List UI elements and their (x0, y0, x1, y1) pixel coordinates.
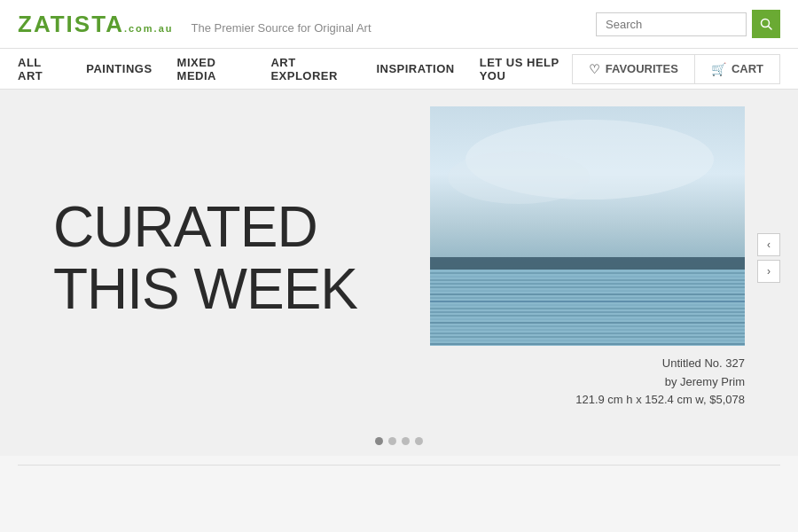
bottom-divider (18, 465, 780, 466)
hero-text: CURATED THIS WEEK (53, 196, 430, 321)
carousel-dot-1[interactable] (375, 437, 383, 445)
artwork-title: Untitled No. 327 (575, 355, 745, 373)
cart-icon: 🛒 (711, 62, 726, 76)
carousel-prev-button[interactable]: ‹ (757, 233, 780, 256)
hero-heading-line2: THIS WEEK (53, 258, 412, 320)
carousel-dot-2[interactable] (388, 437, 396, 445)
heart-icon: ♡ (589, 62, 600, 76)
svg-line-1 (769, 27, 772, 30)
artwork-dimensions: 121.9 cm h x 152.4 cm w, $5,078 (575, 391, 745, 410)
logo-area: ZATISTA.com.au The Premier Source for Or… (18, 11, 596, 38)
svg-point-4 (448, 151, 590, 204)
search-icon (760, 18, 772, 30)
cart-label: CART (732, 62, 763, 75)
svg-rect-6 (430, 270, 745, 346)
navbar: ALL ART PAINTINGS MIXED MEDIA ART EXPLOR… (0, 49, 798, 90)
hero-heading-line1: CURATED (53, 196, 412, 258)
search-area (596, 10, 780, 38)
search-input[interactable] (596, 12, 747, 36)
tagline: The Premier Source for Original Art (191, 21, 371, 35)
artwork-svg (430, 106, 745, 346)
hero-artwork: Untitled No. 327 by Jeremy Prim 121.9 cm… (430, 106, 745, 410)
bottom-section (0, 456, 798, 532)
artwork-artist: by Jeremy Prim (575, 373, 745, 392)
carousel-dot-4[interactable] (415, 437, 423, 445)
carousel-next-button[interactable]: › (757, 260, 780, 283)
nav-right: ♡ FAVOURITES 🛒 CART (572, 54, 780, 84)
hero-heading: CURATED THIS WEEK (53, 196, 412, 321)
hero-section: CURATED THIS WEEK (0, 90, 798, 426)
artwork-image[interactable] (430, 106, 745, 346)
nav-inspiration[interactable]: INSPIRATION (376, 62, 454, 75)
header: ZATISTA.com.au The Premier Source for Or… (0, 0, 798, 49)
cart-button[interactable]: 🛒 CART (695, 54, 780, 84)
logo-domain: .com.au (124, 23, 174, 34)
nav-all-art[interactable]: ALL ART (18, 56, 61, 82)
carousel-dots (0, 426, 798, 456)
nav-links: ALL ART PAINTINGS MIXED MEDIA ART EXPLOR… (18, 56, 572, 82)
svg-rect-5 (430, 257, 745, 270)
nav-let-us-help[interactable]: LET US HELP YOU (480, 56, 572, 82)
carousel-dot-3[interactable] (402, 437, 410, 445)
nav-paintings[interactable]: PAINTINGS (86, 62, 152, 75)
nav-art-explorer[interactable]: ART EXPLORER (270, 56, 351, 82)
favourites-button[interactable]: ♡ FAVOURITES (572, 54, 695, 84)
search-button[interactable] (752, 10, 780, 38)
nav-mixed-media[interactable]: MIXED MEDIA (177, 56, 246, 82)
logo: ZATISTA.com.au (18, 11, 173, 38)
carousel-arrows: ‹ › (757, 233, 780, 283)
favourites-label: FAVOURITES (606, 62, 678, 75)
artwork-info: Untitled No. 327 by Jeremy Prim 121.9 cm… (575, 355, 745, 410)
logo-text: ZATISTA (18, 11, 124, 37)
